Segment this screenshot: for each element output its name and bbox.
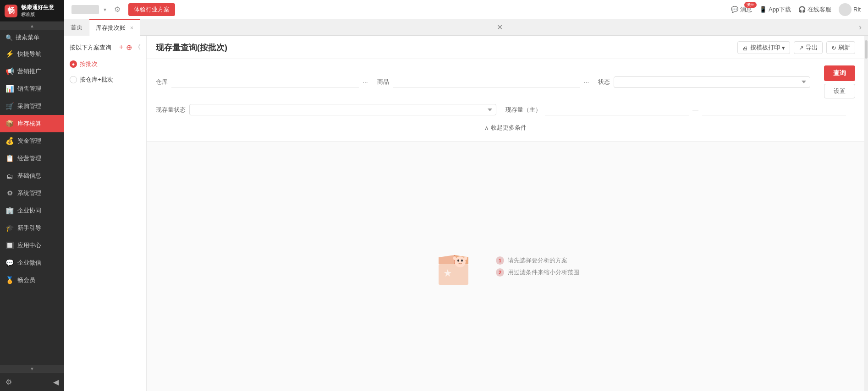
tab-close-icon[interactable]: ×	[130, 25, 133, 31]
topbar-gear-icon[interactable]: ⚙	[111, 3, 124, 16]
member-icon: 🏅	[5, 276, 14, 284]
inventory-main-to[interactable]	[702, 104, 846, 115]
sidebar-item-basic[interactable]: 🗂 基础信息	[0, 167, 64, 185]
sidebar-item-marketing[interactable]: 📢 营销推广	[0, 63, 64, 80]
add-scheme-icon[interactable]: +	[119, 43, 123, 52]
svg-text:★: ★	[443, 267, 452, 279]
print-btn[interactable]: 🖨 按模板打印 ▾	[737, 41, 790, 54]
svg-point-7	[461, 259, 463, 261]
empty-tip-1: 1 请先选择要分析的方案	[496, 256, 579, 265]
topbar-right: 💬 消息 99+ 📱 App下载 🎧 在线客服 Rit	[731, 3, 861, 16]
tab-home[interactable]: 首页	[64, 19, 89, 36]
inventory-main-field: 现存量（主） —	[505, 104, 846, 115]
tab-more-icon[interactable]: ›	[859, 22, 862, 32]
sidebar-item-operation[interactable]: 📋 经营管理	[0, 150, 64, 167]
enterprise-icon: 🏢	[5, 206, 14, 215]
scheme-item-by-warehouse-batch[interactable]: 按仓库+批次	[64, 72, 146, 87]
warehouse-more-icon[interactable]: ···	[363, 78, 368, 86]
sidebar-item-label: 畅会员	[17, 276, 35, 284]
export-btn[interactable]: ↗ 导出	[794, 41, 823, 54]
sidebar-item-label: 库存核算	[17, 119, 41, 128]
left-panel-header: 按以下方案查询 + ⊕ 《	[64, 40, 146, 56]
sidebar-item-finance[interactable]: 💰 资金管理	[0, 132, 64, 150]
sidebar-item-member[interactable]: 🏅 畅会员	[0, 272, 64, 289]
sidebar-item-label: 快捷导航	[17, 50, 41, 58]
message-icon: 💬	[731, 6, 738, 13]
inventory-main-from[interactable]	[545, 104, 689, 115]
avatar	[839, 3, 852, 16]
scrollbar-thumb[interactable]	[865, 40, 868, 59]
tip1-text: 请先选择要分析的方案	[508, 256, 567, 265]
sidebar-item-quick-nav[interactable]: ⚡ 快捷导航	[0, 45, 64, 63]
phone-icon: 📱	[759, 6, 767, 13]
empty-tip-2: 2 用过滤条件来缩小分析范围	[496, 268, 579, 277]
sidebar-item-sales[interactable]: 📊 销售管理	[0, 80, 64, 98]
messages-btn[interactable]: 💬 消息 99+	[731, 5, 752, 14]
user-profile-btn[interactable]: Rit	[839, 3, 861, 16]
warehouse-input[interactable]	[171, 76, 359, 87]
status-select[interactable]: 全部	[614, 76, 810, 88]
svg-point-9	[464, 256, 467, 260]
search-icon: 🔍	[5, 34, 13, 41]
scroll-down-btn[interactable]: ▼	[0, 365, 64, 373]
settings-btn[interactable]: 设置	[824, 84, 855, 98]
breadcrumb-dropdown-icon[interactable]: ▾	[104, 6, 106, 13]
scheme-item-label: 按批次	[80, 60, 98, 68]
tab-home-label: 首页	[71, 23, 82, 32]
settings-scheme-icon[interactable]: ⊕	[126, 43, 132, 52]
sidebar-item-appstore[interactable]: 🔲 应用中心	[0, 237, 64, 254]
sidebar-item-label: 营销推广	[17, 67, 41, 76]
experience-btn[interactable]: 体验行业方案	[128, 3, 175, 16]
online-service-btn[interactable]: 🎧 在线客服	[798, 5, 831, 14]
refresh-btn[interactable]: ↻ 刷新	[826, 41, 855, 54]
left-panel-actions: + ⊕ 《	[119, 43, 141, 52]
sidebar-item-label: 系统管理	[17, 189, 41, 197]
sidebar-item-newbie[interactable]: 🎓 新手引导	[0, 219, 64, 237]
sidebar-item-label: 资金管理	[17, 137, 41, 145]
sidebar-item-label: 新手引导	[17, 224, 41, 232]
tab-inventory-batch[interactable]: 库存批次账 ×	[89, 19, 140, 36]
app-subtitle: 标准版	[21, 11, 54, 18]
collapse-panel-icon[interactable]: 《	[135, 43, 141, 52]
app-download-btn[interactable]: 📱 App下载	[759, 5, 791, 14]
sidebar-item-label: 企业协同	[17, 206, 41, 215]
username-label: Rit	[853, 6, 861, 13]
sidebar-item-enterprise[interactable]: 🏢 企业协同	[0, 202, 64, 219]
page-header-actions: 🖨 按模板打印 ▾ ↗ 导出 ↻ 刷新	[737, 41, 855, 54]
warehouse-label: 仓库	[156, 78, 168, 86]
newbie-icon: 🎓	[5, 224, 14, 232]
sidebar-item-inventory[interactable]: 📦 库存核算	[0, 115, 64, 132]
page-header: 现存量查询(按批次) 🖨 按模板打印 ▾ ↗ 导出 ↻ 刷新	[147, 36, 864, 59]
inventory-status-select[interactable]	[189, 104, 496, 115]
appstore-icon: 🔲	[5, 241, 14, 250]
search-menu[interactable]: 🔍 搜索菜单	[0, 30, 64, 45]
marketing-icon: 📢	[5, 67, 14, 76]
collapse-icon: ∧	[484, 125, 489, 131]
query-btn[interactable]: 查询	[824, 65, 855, 81]
quick-nav-icon: ⚡	[5, 50, 14, 58]
settings-footer-icon[interactable]: ⚙	[5, 378, 12, 386]
right-scrollbar[interactable]	[864, 36, 868, 391]
search-menu-label: 搜索菜单	[16, 33, 39, 42]
scroll-up-btn[interactable]: ▲	[0, 22, 64, 30]
page-title: 现存量查询(按批次)	[156, 42, 227, 53]
left-panel: 按以下方案查询 + ⊕ 《 ● 按批次 按仓库+批次	[64, 36, 147, 391]
panel-close-btn[interactable]: ✕	[490, 19, 509, 36]
product-input[interactable]	[393, 76, 580, 87]
product-more-icon[interactable]: ···	[584, 78, 589, 86]
sidebar-item-wechat[interactable]: 💬 企业微信	[0, 254, 64, 272]
scheme-item-by-batch[interactable]: ● 按批次	[64, 56, 146, 72]
svg-marker-1	[439, 255, 455, 264]
sidebar-item-system[interactable]: ⚙ 系统管理	[0, 185, 64, 202]
finance-icon: 💰	[5, 137, 14, 145]
breadcrumb	[71, 5, 99, 14]
inactive-dot	[70, 76, 77, 83]
app-download-label: App下载	[769, 5, 791, 14]
purchase-icon: 🛒	[5, 102, 14, 110]
headset-icon: 🎧	[798, 6, 806, 13]
tab-active-label: 库存批次账	[96, 24, 126, 32]
collapse-row[interactable]: ∧ 收起更多条件	[156, 121, 855, 135]
collapse-sidebar-icon[interactable]: ◀	[53, 378, 59, 386]
svg-point-6	[457, 259, 459, 261]
sidebar-item-purchase[interactable]: 🛒 采购管理	[0, 98, 64, 115]
